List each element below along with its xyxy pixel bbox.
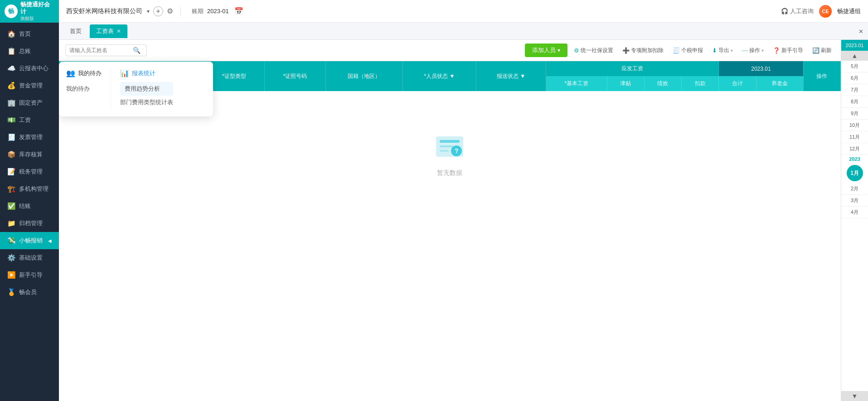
- timeline-month-8[interactable]: 8月: [841, 96, 868, 108]
- tab-close-all[interactable]: ✕: [858, 27, 863, 35]
- settings-icon: ⚙️: [7, 254, 15, 262]
- user-avatar: CE: [819, 5, 832, 18]
- expense-dropdown-menu: 👥 我的待办 我的待办 📊 报表统计 费用趋势分析: [59, 62, 213, 116]
- tab-salary-sheet[interactable]: 工资表 ✕: [90, 24, 127, 38]
- add-company-button[interactable]: +: [153, 6, 163, 16]
- timeline-month-2[interactable]: 2月: [841, 183, 868, 195]
- sidebar-item-close-account[interactable]: ✅ 结账: [0, 198, 59, 215]
- dropdown-section1-title: 👥 我的待办: [66, 69, 102, 77]
- sidebar-item-invoice[interactable]: 🧾 发票管理: [0, 129, 59, 146]
- timeline-month-4[interactable]: 4月: [841, 207, 868, 218]
- home-icon: 🏠: [7, 30, 15, 38]
- timeline-month-6[interactable]: 6月: [841, 72, 868, 84]
- topbar-right: 🎧 人工咨询 CE 畅捷通组: [781, 5, 861, 18]
- sidebar-item-funds[interactable]: 💰 资金管理: [0, 77, 59, 94]
- ledger-icon: 📋: [7, 47, 15, 55]
- sidebar-item-assets[interactable]: 🏢 固定资产: [0, 94, 59, 111]
- search-icon[interactable]: 🔍: [133, 47, 141, 54]
- timeline-year-2023: 2023: [841, 155, 868, 163]
- sidebar-item-guide[interactable]: ▶️ 新手引导: [0, 266, 59, 284]
- timeline-month-3[interactable]: 3月: [841, 195, 868, 207]
- tab-close-icon[interactable]: ✕: [116, 28, 121, 34]
- logo-title: 畅捷通好会计: [20, 1, 54, 15]
- th-base-salary: *基本工资: [546, 76, 607, 91]
- dropdown-section-pending: 👥 我的待办 我的待办: [66, 69, 102, 109]
- sidebar-item-tax[interactable]: 📝 税务管理: [0, 163, 59, 180]
- tax-report-icon: 🧾: [673, 47, 680, 54]
- timeline-month-9[interactable]: 9月: [841, 108, 868, 120]
- member-icon: 🏅: [7, 288, 15, 296]
- search-input[interactable]: [69, 47, 133, 53]
- sidebar-item-salary[interactable]: 💵 工资: [0, 111, 59, 129]
- period-label: 账期: [192, 7, 204, 15]
- timeline-month-12[interactable]: 12月: [841, 143, 868, 155]
- pending-section-icon: 👥: [66, 69, 75, 77]
- tab-home[interactable]: 首页: [63, 24, 88, 38]
- timeline-month-1-active[interactable]: 1月: [847, 165, 863, 181]
- dropdown-divider: [111, 69, 111, 109]
- th-nationality: 国籍（地区）: [325, 61, 402, 91]
- timeline-month-7[interactable]: 7月: [841, 84, 868, 96]
- calendar-icon[interactable]: 📅: [234, 7, 243, 15]
- operation-action[interactable]: ⋯ 操作 ▾: [739, 45, 766, 56]
- th-personnel-status[interactable]: *人员状态 ▼: [402, 61, 476, 91]
- add-person-button[interactable]: 添加人员 ▾: [525, 43, 567, 57]
- sidebar-item-member[interactable]: 🏅 畅会员: [0, 284, 59, 301]
- social-insurance-icon: ⚙: [574, 47, 579, 54]
- search-wrap: 🔍: [65, 44, 147, 56]
- svg-text:?: ?: [455, 147, 459, 155]
- cloud-icon: ☁️: [7, 64, 15, 72]
- empty-text: 暂无数据: [437, 169, 462, 177]
- invoice-icon: 🧾: [7, 133, 15, 141]
- guide-icon: ▶️: [7, 271, 15, 279]
- export-icon: ⬇: [712, 47, 717, 54]
- sidebar-item-archive[interactable]: 📁 归档管理: [0, 215, 59, 232]
- salary-icon: 💵: [7, 116, 15, 124]
- refresh-action[interactable]: 🔄 刷新: [810, 45, 834, 56]
- topbar-divider: [180, 7, 181, 16]
- sidebar-item-expense[interactable]: 💸 小畅报销 ◀: [0, 232, 59, 249]
- guide-action[interactable]: ❓ 新手引导: [770, 45, 806, 56]
- operation-icon: ⋯: [742, 47, 748, 54]
- close-all-icon[interactable]: ✕: [858, 28, 863, 35]
- tabbar: 首页 工资表 ✕ ✕: [59, 23, 868, 40]
- tax-report-action[interactable]: 🧾 个税申报: [670, 45, 706, 56]
- special-deduction-icon: ➕: [622, 47, 630, 54]
- th-cert-number: *证照号码: [265, 61, 326, 91]
- dropdown-item-expense-trend[interactable]: 费用趋势分析: [120, 82, 173, 96]
- export-action[interactable]: ⬇ 导出 ▾: [709, 45, 736, 56]
- timeline-month-11[interactable]: 11月: [841, 131, 868, 143]
- sidebar-item-cloud-report[interactable]: ☁️ 云报表中心: [0, 60, 59, 77]
- timeline-panel: 2023.01 ▲ 5月 6月 7月 8月 9月 10月 11月 12月 202…: [841, 40, 868, 401]
- social-insurance-action[interactable]: ⚙ 统一社保设置: [571, 45, 616, 56]
- th-period: 2023.01: [719, 61, 803, 76]
- settings-gear-icon[interactable]: ⚙: [167, 7, 173, 15]
- svg-rect-2: [440, 145, 453, 147]
- dropdown-section-reports: 📊 报表统计 费用趋势分析 部门费用类型统计表: [120, 69, 173, 109]
- close-account-icon: ✅: [7, 202, 15, 210]
- timeline-month-5[interactable]: 5月: [841, 61, 868, 72]
- content-wrapper: 🔍 添加人员 ▾ ⚙ 统一社保设置 ➕ 专项附加扣除 🧾 个税申报: [59, 40, 868, 401]
- funds-icon: 💰: [7, 82, 15, 90]
- special-deduction-action[interactable]: ➕ 专项附加扣除: [620, 45, 666, 56]
- sidebar: 畅 畅捷通好会计 旗舰版 🏠 首页 📋 总账 ☁️ 云报表中心 💰 资金管理 🏢…: [0, 0, 59, 401]
- service-button[interactable]: 🎧 人工咨询: [781, 7, 814, 15]
- sidebar-item-multi-org[interactable]: 🏗️ 多机构管理: [0, 180, 59, 198]
- sidebar-item-ledger[interactable]: 📋 总账: [0, 43, 59, 60]
- timeline-scroll-down[interactable]: ▼: [841, 391, 868, 401]
- sidebar-item-home[interactable]: 🏠 首页: [0, 25, 59, 43]
- sidebar-item-settings[interactable]: ⚙️ 基础设置: [0, 249, 59, 266]
- th-deduction: 扣款: [682, 76, 719, 91]
- timeline-scroll-up[interactable]: ▲: [841, 51, 868, 61]
- logo-icon: 畅: [5, 5, 18, 18]
- multi-org-icon: 🏗️: [7, 185, 15, 193]
- company-dropdown-arrow[interactable]: ▾: [147, 8, 150, 14]
- timeline-month-10[interactable]: 10月: [841, 120, 868, 131]
- sidebar-item-inventory[interactable]: 📦 库存核算: [0, 146, 59, 163]
- dropdown-item-my-pending[interactable]: 我的待办: [66, 82, 102, 96]
- timeline-items: 5月 6月 7月 8月 9月 10月 11月 12月 2023 1月 2月 3月…: [841, 61, 868, 391]
- th-report-status[interactable]: 报送状态 ▼: [476, 61, 546, 91]
- th-allowance: 津贴: [607, 76, 644, 91]
- empty-icon: ?: [432, 127, 468, 164]
- dropdown-item-dept-expense[interactable]: 部门费用类型统计表: [120, 96, 173, 109]
